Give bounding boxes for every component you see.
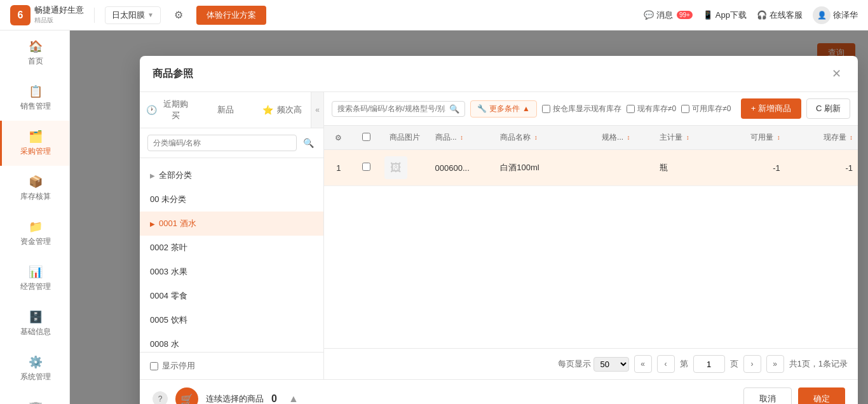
available-checkbox-input[interactable]	[681, 105, 689, 113]
sort-stock-icon: ↕	[850, 134, 853, 141]
panel-collapse-button[interactable]: «	[311, 92, 323, 128]
add-product-button[interactable]: + 新增商品	[741, 98, 801, 119]
table-row[interactable]: 1 🖼 000600... 白酒100ml	[324, 150, 858, 186]
more-filter-button[interactable]: 🔧 更多条件 ▲	[470, 100, 537, 118]
nav-label-operation: 经营管理	[20, 281, 51, 292]
col-header-check	[353, 126, 379, 150]
cta-button[interactable]: 体验行业方案	[196, 6, 266, 25]
sidebar-item-company[interactable]: 🏢 企业协同	[0, 391, 69, 404]
col-spec-label: 规格...	[602, 133, 623, 142]
user-item[interactable]: 👤 徐泽华	[813, 6, 858, 24]
sort-avail-icon: ↕	[777, 134, 780, 141]
category-item-0005[interactable]: 0005 饮料	[140, 308, 323, 332]
prev-page-button[interactable]: ‹	[657, 355, 675, 373]
tab-recent[interactable]: 🕐 近期购买	[140, 92, 197, 128]
confirm-button[interactable]: 确定	[798, 387, 845, 404]
app-download-item[interactable]: 📱 App下载	[703, 10, 747, 21]
cell-unit: 瓶	[654, 150, 712, 186]
warehouse-filter-checkbox[interactable]: 按仓库显示现有库存	[542, 104, 621, 114]
sales-icon: 📋	[29, 84, 43, 98]
stock-filter-checkbox[interactable]: 现有库存≠0	[627, 104, 676, 114]
cell-name: 白酒100ml	[495, 150, 597, 186]
category-item-all[interactable]: ▶ 全部分类	[140, 163, 323, 187]
inventory-icon: 📦	[29, 175, 43, 189]
message-item[interactable]: 💬 消息 99+	[644, 10, 693, 21]
tab-new[interactable]: 新品	[197, 92, 254, 128]
product-search-input[interactable]	[337, 104, 445, 113]
page-size-selector: 每页显示 50 10 20 100	[558, 357, 629, 372]
show-disabled-label[interactable]: 显示停用	[162, 360, 195, 372]
first-page-button[interactable]: «	[634, 355, 652, 373]
cell-stock: -1	[785, 150, 858, 186]
sidebar-item-home[interactable]: 🏠 首页	[0, 30, 69, 76]
sidebar-item-basic[interactable]: 🗄️ 基础信息	[0, 301, 69, 346]
category-search-icon[interactable]: 🔍	[301, 135, 316, 151]
category-item-0008[interactable]: 0008 水	[140, 332, 323, 352]
available-filter-checkbox[interactable]: 可用库存≠0	[681, 104, 731, 114]
cart-button[interactable]: 🛒	[175, 387, 198, 404]
nav-label-home: 首页	[28, 56, 43, 67]
sort-name-icon: ↕	[534, 134, 538, 141]
product-search-icon[interactable]: 🔍	[449, 104, 459, 114]
last-page-button[interactable]: »	[766, 355, 784, 373]
filter-icon: 🔧	[477, 104, 487, 113]
available-filter-label: 可用库存≠0	[692, 104, 731, 114]
sidebar-item-inventory[interactable]: 📦 库存核算	[0, 166, 69, 211]
col-header-stock[interactable]: 现存量 ↕	[785, 126, 858, 150]
sort-unit-icon: ↕	[686, 134, 689, 141]
show-disabled-checkbox[interactable]	[150, 362, 158, 370]
footer-collapse-button[interactable]: ▲	[285, 390, 302, 404]
settings-icon[interactable]: ⚙	[168, 5, 189, 25]
settings-table-icon[interactable]: ⚙	[335, 133, 342, 142]
tab-frequent[interactable]: ⭐ 频次高	[254, 92, 311, 128]
product-table-container: ⚙ 商品图片 商品... ↕	[324, 126, 858, 348]
category-item-0003[interactable]: 0003 水果	[140, 260, 323, 284]
logo-title: 畅捷通好生意	[34, 5, 84, 16]
col-header-avail[interactable]: 可用量 ↕	[713, 126, 785, 150]
arrow-right-icon-active: ▶	[150, 220, 155, 227]
page-number-input[interactable]	[693, 355, 725, 373]
arrow-right-icon: ▶	[150, 172, 155, 179]
chevron-down-icon: ▼	[147, 11, 154, 18]
logo-sub: 精品版	[34, 16, 84, 25]
category-label-0005: 0005 饮料	[150, 314, 187, 326]
company-selector[interactable]: 日太阳膜 ▼	[105, 6, 161, 24]
star-icon: ⭐	[262, 105, 273, 115]
category-search-input[interactable]	[147, 135, 297, 151]
sidebar-item-finance[interactable]: 📁 资金管理	[0, 211, 69, 256]
page-size-select[interactable]: 50 10 20 100	[593, 357, 629, 372]
total-info: 共1页，1条记录	[789, 358, 848, 370]
row-checkbox[interactable]	[362, 163, 370, 171]
col-header-code[interactable]: 商品... ↕	[430, 126, 496, 150]
category-item-0002[interactable]: 0002 茶叶	[140, 236, 323, 260]
tab-new-label: 新品	[217, 104, 234, 116]
help-icon[interactable]: ?	[153, 391, 168, 404]
service-item[interactable]: 🎧 在线客服	[757, 10, 803, 21]
category-label-0003: 0003 水果	[150, 266, 187, 278]
modal-close-button[interactable]: ✕	[827, 65, 845, 83]
sidebar-item-purchase[interactable]: 🗂️ 采购管理	[0, 121, 69, 166]
warehouse-checkbox-input[interactable]	[542, 105, 550, 113]
cell-spec	[597, 150, 654, 186]
main-layout: 🏠 首页 📋 销售管理 🗂️ 采购管理 📦 库存核算 📁 资金管理 📊 经营管理…	[0, 30, 868, 404]
select-all-checkbox[interactable]	[362, 133, 370, 141]
category-item-00[interactable]: 00 未分类	[140, 187, 323, 212]
sidebar-item-system[interactable]: ⚙️ 系统管理	[0, 346, 69, 391]
cell-code: 000600...	[430, 150, 496, 186]
category-item-0001[interactable]: ▶ 0001 酒水	[140, 212, 323, 236]
col-header-name[interactable]: 商品名称 ↕	[495, 126, 597, 150]
cancel-button[interactable]: 取消	[743, 387, 792, 404]
home-icon: 🏠	[29, 39, 43, 53]
product-table: ⚙ 商品图片 商品... ↕	[324, 126, 858, 186]
company-name: 日太阳膜	[112, 10, 145, 21]
category-item-0004[interactable]: 0004 零食	[140, 284, 323, 308]
product-search-box[interactable]: 🔍	[332, 101, 465, 117]
col-header-spec[interactable]: 规格... ↕	[597, 126, 654, 150]
col-code-label: 商品...	[435, 133, 457, 142]
stock-checkbox-input[interactable]	[627, 105, 635, 113]
next-page-button[interactable]: ›	[743, 355, 761, 373]
col-header-unit[interactable]: 主计量 ↕	[654, 126, 712, 150]
sidebar-item-sales[interactable]: 📋 销售管理	[0, 76, 69, 121]
sidebar-item-operation[interactable]: 📊 经营管理	[0, 256, 69, 301]
refresh-button[interactable]: C 刷新	[806, 98, 850, 119]
